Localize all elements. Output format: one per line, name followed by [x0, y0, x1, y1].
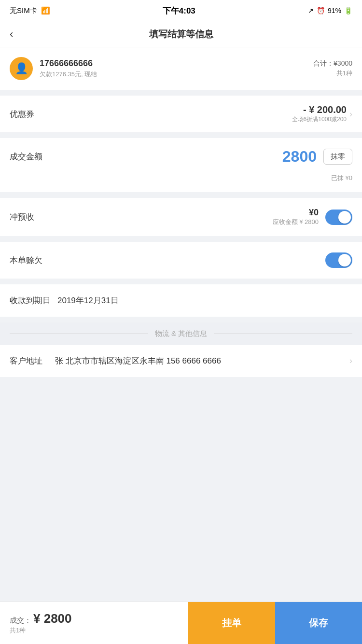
address-value: 张 北京市市辖区海淀区永丰南 156 6666 6666: [55, 355, 343, 367]
debt-section: 本单赊欠: [0, 242, 362, 279]
total-count: 共1种: [313, 69, 352, 78]
prepay-right: ¥0 应收金额 ¥ 2800: [273, 208, 352, 226]
bottom-info: 成交： ¥ 2800 共1种: [0, 611, 188, 635]
avatar-icon: 👤: [15, 62, 28, 75]
total-label: 合计：¥3000: [313, 59, 352, 68]
transaction-amount: 2800: [282, 148, 317, 166]
avatar: 👤: [10, 57, 33, 80]
coupon-chevron: ›: [349, 109, 352, 119]
transaction-section: 成交金额 2800 抹零 已抹 ¥0: [0, 138, 362, 192]
save-button[interactable]: 保存: [275, 602, 362, 644]
debt-label: 本单赊欠: [10, 255, 42, 266]
address-chevron: ›: [349, 356, 352, 366]
transaction-row: 成交金额 2800 抹零: [10, 148, 352, 166]
alarm-icon: ⏰: [317, 7, 325, 14]
hang-button-label: 挂单: [222, 616, 241, 630]
status-bar: 无SIM卡 📶 下午4:03 ↗ ⏰ 91% 🔋: [0, 0, 362, 21]
customer-section: 👤 17666666666 欠款1276.35元, 现结 合计：¥3000 共1…: [0, 47, 362, 90]
divider-line-right: [214, 334, 352, 334]
battery-level: 91%: [328, 7, 341, 14]
prepay-amount: ¥0: [273, 208, 319, 218]
coupon-desc: 全场6折满1000减200: [292, 115, 347, 124]
main-content: 👤 17666666666 欠款1276.35元, 现结 合计：¥3000 共1…: [0, 47, 362, 469]
customer-right: 合计：¥3000 共1种: [313, 59, 352, 78]
prepay-amount-block: ¥0 应收金额 ¥ 2800: [273, 208, 319, 226]
address-label: 客户地址: [10, 355, 48, 366]
prepay-receivable: 应收金额 ¥ 2800: [273, 218, 319, 226]
customer-row: 👤 17666666666 欠款1276.35元, 现结 合计：¥3000 共1…: [10, 57, 352, 80]
duedate-value: 2019年12月31日: [57, 295, 119, 306]
status-time: 下午4:03: [163, 5, 195, 16]
divider-section: 物流 & 其他信息: [0, 322, 362, 345]
battery-icon: 🔋: [344, 7, 352, 14]
coupon-right: - ¥ 200.00 全场6折满1000减200 ›: [292, 104, 352, 124]
hang-button[interactable]: 挂单: [188, 602, 275, 644]
customer-phone: 17666666666: [40, 58, 97, 69]
location-icon: ↗: [308, 7, 314, 14]
customer-debt-info: 欠款1276.35元, 现结: [40, 70, 97, 79]
divider-line-left: [10, 334, 148, 334]
wifi-icon: 📶: [41, 6, 50, 15]
page-title: 填写结算等信息: [149, 28, 213, 41]
bottom-count: 共1种: [10, 626, 179, 635]
round-down-button[interactable]: 抹零: [323, 149, 352, 165]
customer-info: 17666666666 欠款1276.35元, 现结: [40, 58, 97, 79]
bottom-bar: 成交： ¥ 2800 共1种 挂单 保存: [0, 602, 362, 644]
save-button-label: 保存: [309, 616, 328, 630]
coupon-label: 优惠券: [10, 109, 34, 120]
duedate-row: 收款到期日 2019年12月31日: [10, 295, 352, 306]
prepay-toggle[interactable]: [325, 210, 352, 225]
status-left: 无SIM卡 📶: [10, 6, 50, 15]
coupon-amount: - ¥ 200.00: [292, 104, 347, 115]
back-button[interactable]: ‹: [10, 28, 13, 41]
transaction-right: 2800 抹零: [282, 148, 352, 166]
address-section[interactable]: 客户地址 张 北京市市辖区海淀区永丰南 156 6666 6666 ›: [0, 345, 362, 377]
prepay-row: 冲预收 ¥0 应收金额 ¥ 2800: [10, 208, 352, 226]
debt-row: 本单赊欠: [10, 252, 352, 268]
duedate-section: 收款到期日 2019年12月31日: [0, 284, 362, 317]
customer-left: 👤 17666666666 欠款1276.35元, 现结: [10, 57, 97, 80]
bottom-deal-label: 成交：: [10, 616, 31, 625]
sim-status: 无SIM卡: [10, 6, 37, 15]
bottom-amount: ¥ 2800: [33, 611, 72, 626]
coupon-section[interactable]: 优惠券 - ¥ 200.00 全场6折满1000减200 ›: [0, 96, 362, 132]
erased-amount: 已抹 ¥0: [331, 174, 352, 182]
debt-toggle[interactable]: [325, 252, 352, 268]
transaction-label: 成交金额: [10, 151, 42, 162]
prepay-label: 冲预收: [10, 211, 34, 223]
gray-spacer: [0, 377, 362, 425]
divider-text: 物流 & 其他信息: [148, 329, 214, 338]
header: ‹ 填写结算等信息: [0, 21, 362, 47]
status-right: ↗ ⏰ 91% 🔋: [308, 7, 352, 14]
duedate-label: 收款到期日: [10, 295, 51, 306]
